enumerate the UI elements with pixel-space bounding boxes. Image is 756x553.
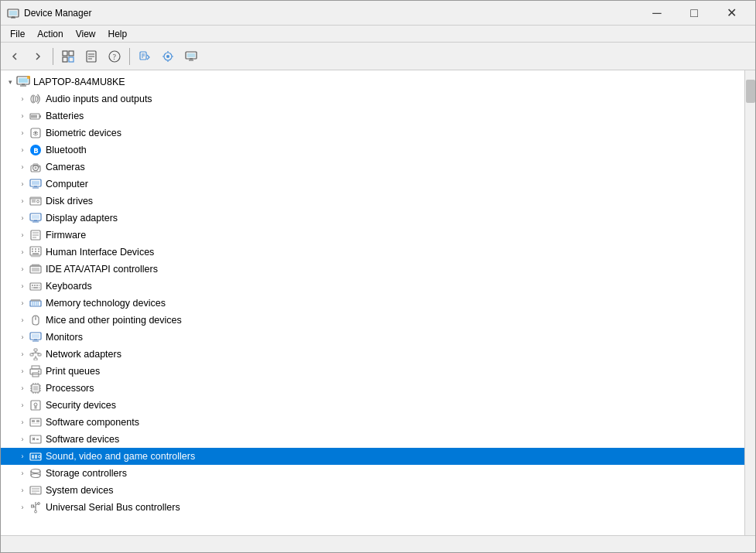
tree-item-print[interactable]: › Print queues bbox=[1, 363, 744, 380]
minimize-button[interactable]: ─ bbox=[639, 1, 675, 26]
menu-file[interactable]: File bbox=[4, 27, 31, 41]
menu-action[interactable]: Action bbox=[31, 27, 69, 41]
window-title: Device Manager bbox=[24, 8, 639, 19]
svg-rect-95 bbox=[32, 334, 39, 338]
monitor-button[interactable] bbox=[180, 46, 202, 67]
tree-item-software-dev[interactable]: › Software devices bbox=[1, 431, 744, 448]
tree-item-usb[interactable]: › Universal Serial Bus controllers bbox=[1, 499, 744, 516]
svg-rect-130 bbox=[32, 423, 39, 424]
svg-point-93 bbox=[35, 318, 36, 319]
tree-item-display[interactable]: › Display adapters bbox=[1, 210, 744, 227]
tree-item-firmware[interactable]: › Firmware bbox=[1, 227, 744, 244]
storage-chevron: › bbox=[16, 467, 29, 480]
security-chevron: › bbox=[16, 399, 29, 411]
tree-item-biometric[interactable]: › Biometric devices bbox=[1, 125, 744, 142]
show-hide-button[interactable] bbox=[57, 46, 79, 67]
tree-item-mice[interactable]: › Mice and other pointing devices bbox=[1, 312, 744, 329]
svg-rect-4 bbox=[63, 51, 67, 56]
software-comp-icon bbox=[29, 415, 43, 429]
svg-rect-136 bbox=[32, 455, 34, 459]
menu-view[interactable]: View bbox=[70, 27, 102, 41]
toolbar-separator-2 bbox=[129, 48, 130, 65]
svg-rect-67 bbox=[35, 248, 36, 250]
network-chevron: › bbox=[16, 348, 29, 360]
toolbar-separator-1 bbox=[53, 48, 53, 65]
tree-item-system[interactable]: › System devices bbox=[1, 482, 744, 499]
tree-item-hid[interactable]: › Human Interface Devices bbox=[1, 244, 744, 261]
security-icon bbox=[29, 398, 43, 412]
svg-rect-70 bbox=[35, 251, 36, 252]
cameras-icon bbox=[29, 160, 43, 174]
scrollbar[interactable] bbox=[744, 70, 755, 535]
tree-item-disk[interactable]: › Disk drives bbox=[1, 193, 744, 210]
system-icon bbox=[29, 483, 43, 497]
tree-item-ide[interactable]: › IDE ATA/ATAPI controllers bbox=[1, 261, 744, 278]
menu-help[interactable]: Help bbox=[102, 27, 134, 41]
tree-item-monitors[interactable]: › Monitors bbox=[1, 329, 744, 346]
tree-item-memory[interactable]: › Memory technology devices bbox=[1, 295, 744, 312]
svg-rect-88 bbox=[34, 302, 36, 306]
tree-item-audio[interactable]: › Audio inputs and outputs bbox=[1, 90, 744, 108]
svg-rect-80 bbox=[34, 285, 36, 286]
bluetooth-label: Bluetooth bbox=[46, 145, 87, 155]
tree-item-software-comp[interactable]: › Software components bbox=[1, 414, 744, 431]
svg-rect-146 bbox=[32, 493, 36, 493]
svg-rect-57 bbox=[32, 215, 39, 219]
print-icon bbox=[29, 364, 43, 378]
computer-icon bbox=[29, 177, 43, 191]
firmware-icon bbox=[29, 228, 43, 242]
forward-button[interactable] bbox=[27, 46, 49, 67]
maximize-button[interactable]: □ bbox=[676, 1, 712, 26]
svg-point-52 bbox=[37, 200, 39, 203]
batteries-chevron: › bbox=[16, 110, 29, 122]
svg-rect-100 bbox=[38, 353, 41, 356]
monitors-label: Monitors bbox=[46, 332, 83, 343]
window-icon bbox=[7, 7, 19, 19]
menu-bar: File Action View Help bbox=[1, 26, 755, 43]
sound-label: Sound, video and game controllers bbox=[46, 451, 195, 462]
back-button[interactable] bbox=[4, 46, 26, 67]
svg-rect-99 bbox=[30, 353, 33, 356]
tree-item-sound[interactable]: › Sound, video and game controllers bbox=[1, 448, 744, 465]
svg-rect-127 bbox=[30, 418, 41, 426]
tree-item-processors[interactable]: › bbox=[1, 380, 744, 397]
update-button[interactable] bbox=[134, 46, 156, 67]
scan-button[interactable] bbox=[157, 46, 179, 67]
tree-item-storage[interactable]: › Storage controllers bbox=[1, 465, 744, 482]
network-icon bbox=[29, 347, 43, 361]
tree-item-batteries[interactable]: › Batteries bbox=[1, 108, 744, 125]
tree-item-keyboards[interactable]: › Keyboards bbox=[1, 278, 744, 295]
usb-label: Universal Serial Bus controllers bbox=[46, 502, 180, 513]
svg-rect-85 bbox=[39, 287, 39, 288]
tree-root[interactable]: ▾ LAPTOP-8A4MU8KE bbox=[1, 73, 744, 90]
svg-rect-34 bbox=[32, 95, 34, 103]
svg-rect-55 bbox=[30, 197, 41, 199]
computer-label: Computer bbox=[46, 179, 88, 189]
storage-label: Storage controllers bbox=[46, 468, 127, 479]
tree-item-bluetooth[interactable]: › ʙ Bluetooth bbox=[1, 142, 744, 159]
window-controls: ─ □ ✕ bbox=[639, 1, 749, 26]
svg-rect-75 bbox=[32, 268, 39, 271]
sound-chevron: › bbox=[16, 450, 29, 463]
firmware-label: Firmware bbox=[46, 230, 86, 241]
disk-chevron: › bbox=[16, 195, 29, 207]
device-tree[interactable]: ▾ LAPTOP-8A4MU8KE › bbox=[1, 70, 744, 535]
svg-text:?: ? bbox=[113, 53, 117, 61]
svg-rect-71 bbox=[38, 251, 39, 252]
computer-root-icon bbox=[16, 75, 30, 89]
svg-rect-63 bbox=[32, 234, 39, 236]
audio-icon bbox=[29, 92, 43, 106]
tree-item-network[interactable]: › Network adapters bbox=[1, 346, 744, 363]
svg-text:ʙ: ʙ bbox=[33, 145, 39, 155]
svg-rect-66 bbox=[32, 248, 33, 250]
svg-rect-78 bbox=[30, 283, 41, 290]
properties-button[interactable] bbox=[80, 46, 102, 67]
tree-item-security[interactable]: › Security devices bbox=[1, 397, 744, 414]
tree-item-cameras[interactable]: › Cameras bbox=[1, 159, 744, 176]
svg-rect-5 bbox=[69, 51, 74, 56]
help-button[interactable]: ? bbox=[104, 46, 125, 67]
status-bar bbox=[1, 535, 755, 552]
tree-item-computer[interactable]: › Computer bbox=[1, 176, 744, 193]
close-button[interactable]: ✕ bbox=[713, 1, 749, 26]
svg-rect-81 bbox=[36, 285, 38, 286]
